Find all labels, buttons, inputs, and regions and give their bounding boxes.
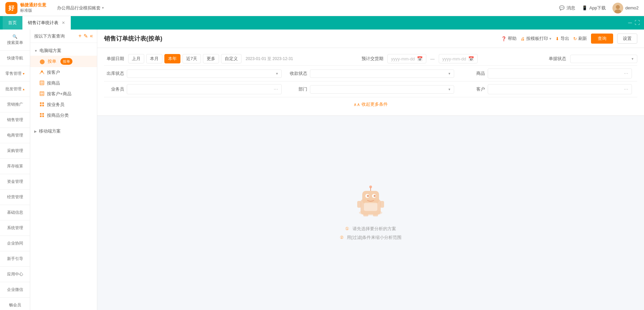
scheme-item-by-product[interactable]: 按商品	[30, 78, 97, 89]
svg-rect-16	[40, 105, 42, 106]
date-btn-this-year[interactable]: 本年	[164, 54, 180, 63]
sidebar-system-label: 系统管理	[7, 225, 23, 231]
scheme-item-by-customer[interactable]: 按客户	[30, 67, 97, 78]
scheme-item-by-salesperson[interactable]: 按业务员	[30, 99, 97, 110]
expected-delivery-label: 预计交货期	[362, 56, 383, 62]
date-btn-last-month[interactable]: 上月	[128, 54, 144, 63]
scheme-section-pc-title[interactable]: ▼ 电脑端方案	[30, 46, 97, 56]
scheme-item-by-cust-prod-label: 按客户+商品	[47, 91, 71, 97]
scheme-item-by-cust-prod[interactable]: 按客户+商品	[30, 89, 97, 99]
sidebar-item-basic[interactable]: 基础信息	[0, 205, 30, 220]
customer-input[interactable]: ···	[488, 84, 632, 94]
settings-button[interactable]: 设置	[617, 34, 637, 44]
filter-cell-salesperson: 业务员 ···	[104, 82, 282, 97]
hint-text-2: 用[过滤]条件来缩小分析范围	[347, 235, 401, 240]
app-download-button[interactable]: 📱 App下载	[582, 5, 606, 11]
product-label: 商品	[465, 70, 485, 76]
svg-rect-35	[373, 214, 378, 216]
logo-text: 畅捷通好生意 标准版	[20, 2, 46, 13]
sidebar-item-apps[interactable]: 应用中心	[0, 267, 30, 282]
svg-rect-21	[42, 115, 44, 117]
print-label: 按模板打印	[526, 36, 548, 42]
sidebar-item-wholesale[interactable]: 批发管理 ▴	[0, 82, 30, 97]
scheme-panel: 按以下方案查询 + ✎ « ▼ 电脑端方案 ⬤ 按单 按单	[30, 30, 97, 310]
chevron-up-icon: ▴	[23, 87, 24, 91]
tab-order-stats-label: 销售订单统计表	[28, 20, 58, 26]
sidebar-item-finance[interactable]: 资金管理	[0, 174, 30, 190]
sidebar-item-ecommerce[interactable]: 电商管理	[0, 128, 30, 143]
salesperson-input[interactable]: ···	[127, 84, 282, 94]
out-status-select[interactable]: ▾	[127, 69, 282, 78]
svg-rect-20	[40, 115, 42, 117]
tab-order-stats[interactable]: 销售订单统计表 ✕	[22, 16, 71, 30]
sidebar-item-enterprise[interactable]: 企业协同	[0, 236, 30, 251]
sidebar-item-operations[interactable]: 经营管理	[0, 190, 30, 205]
sidebar-enterprise-label: 企业协同	[7, 241, 23, 246]
filter-area: 单据日期 上月 本月 本年 近7天 更多 自定义 2023-01-01 至 20…	[97, 48, 644, 116]
department-select[interactable]: ▾	[310, 85, 454, 94]
scheme-section-mobile-title[interactable]: ▶ 移动端方案	[30, 126, 97, 136]
delivery-date-end-input[interactable]: yyyy-mm-dd 📅	[439, 54, 478, 63]
sidebar-item-newbie[interactable]: 新手引导	[0, 251, 30, 267]
tab-minimize-icon[interactable]: ─	[628, 20, 632, 26]
sidebar-item-wechat[interactable]: 企业微信	[0, 282, 30, 298]
tab-home-label: 首页	[8, 20, 17, 26]
sidebar-search[interactable]: 🔍 搜索菜单	[0, 30, 30, 51]
query-button[interactable]: 查询	[591, 34, 613, 44]
sidebar-item-inventory[interactable]: 库存核算	[0, 159, 30, 174]
sidebar-item-member[interactable]: 畅会员	[0, 298, 30, 310]
print-dropdown-arrow-icon: ▾	[549, 37, 551, 41]
collapse-button[interactable]: ∧∧ 收起更多条件	[351, 99, 390, 110]
app-selector[interactable]: 办公用品行业模拟账套 ▾	[57, 5, 104, 11]
sidebar-apps-label: 应用中心	[7, 271, 23, 277]
sidebar-item-marketing[interactable]: 营销推广	[0, 97, 30, 112]
tab-close-icon[interactable]: ✕	[62, 20, 65, 25]
scheme-panel-title: 按以下方案查询	[34, 33, 65, 39]
sidebar-item-system[interactable]: 系统管理	[0, 220, 30, 236]
scheme-item-by-category[interactable]: 按商品分类	[30, 110, 97, 121]
scheme-add-button[interactable]: +	[78, 33, 82, 39]
scheme-collapse-button[interactable]: «	[90, 33, 93, 39]
sidebar-item-retail[interactable]: 零售管理 ▾	[0, 66, 30, 82]
date-btn-more[interactable]: 更多	[203, 54, 219, 63]
date-btn-custom[interactable]: 自定义	[221, 54, 241, 63]
delivery-date-start-input[interactable]: yyyy-mm-dd 📅	[387, 54, 426, 63]
message-button[interactable]: 💬 消息	[559, 5, 575, 11]
date-btn-this-month[interactable]: 本月	[146, 54, 162, 63]
empty-hint: ① 请先选择要分析的方案 ② 用[过滤]条件来缩小分析范围	[340, 224, 402, 242]
collection-status-select[interactable]: ▾	[310, 69, 454, 78]
top-bar-left: 好 畅捷通好生意 标准版 办公用品行业模拟账套 ▾	[5, 2, 104, 14]
print-icon: 🖨	[521, 36, 525, 41]
help-button[interactable]: ❓ 帮助	[501, 36, 517, 42]
filter-cell-out-status: 出库状态 ▾	[104, 66, 282, 81]
svg-rect-13	[42, 94, 43, 95]
main-content: 销售订单统计表(按单) ❓ 帮助 🖨 按模板打印 ▾ ⬇ 导出	[97, 30, 644, 310]
print-button[interactable]: 🖨 按模板打印 ▾	[521, 36, 551, 42]
svg-rect-14	[40, 102, 42, 104]
svg-point-1	[616, 5, 620, 9]
bill-status-select[interactable]: ▾	[570, 55, 637, 63]
tab-maximize-icon[interactable]: ⛶	[635, 20, 640, 26]
hint-num-2: ②	[340, 235, 344, 240]
user-area[interactable]: demo2	[612, 3, 639, 13]
sidebar-shortcut[interactable]: 快捷导航	[0, 51, 30, 66]
product-input[interactable]: ···	[488, 68, 632, 79]
tab-bar-actions: ─ ⛶	[628, 20, 644, 26]
scheme-active-badge: 按单	[60, 58, 72, 65]
export-button[interactable]: ⬇ 导出	[555, 36, 569, 42]
date-btn-7days[interactable]: 近7天	[182, 54, 201, 63]
date-range-text: 2023-01-01 至 2023-12-31	[246, 56, 293, 62]
scheme-section-mobile: ▶ 移动端方案	[30, 123, 97, 139]
tab-home[interactable]: 首页	[3, 16, 22, 30]
svg-rect-4	[40, 81, 44, 85]
refresh-button[interactable]: ↻ 刷新	[573, 36, 587, 42]
scheme-item-by-order[interactable]: ⬤ 按单 按单	[30, 56, 97, 67]
scheme-edit-button[interactable]: ✎	[84, 33, 88, 39]
top-bar-right: 💬 消息 📱 App下载 demo2	[559, 3, 639, 13]
sidebar-item-purchase[interactable]: 采购管理	[0, 143, 30, 159]
empty-hint-1: ① 请先选择要分析的方案	[340, 224, 402, 233]
collection-status-chevron-icon: ▾	[448, 71, 450, 76]
sidebar-item-sales[interactable]: 销售管理	[0, 112, 30, 128]
scheme-product-icon	[40, 81, 44, 86]
filter-cell-customer: 客户 ···	[460, 82, 637, 97]
